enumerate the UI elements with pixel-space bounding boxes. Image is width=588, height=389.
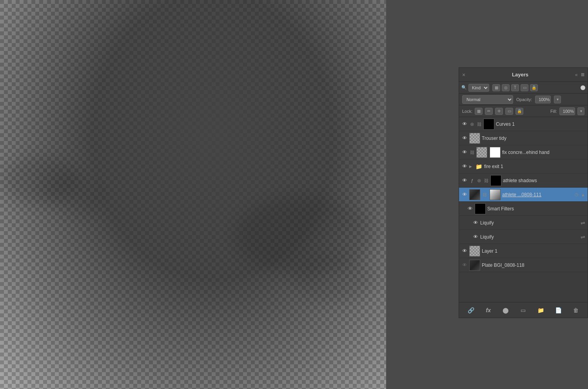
thumb-trouser [469,133,480,144]
thumb-curves1 [483,119,494,130]
layer-name-plate: Plate BGI_0808-118 [482,262,585,268]
add-mask-btn[interactable]: ▭ [519,306,528,315]
layer-name-trouser: Trouser tidy [482,136,585,141]
layer-plate-bgi[interactable]: 👁 Plate BGI_0808-118 [459,258,588,272]
shadow-blob [294,255,372,302]
link-layers-btn[interactable]: 🔗 [466,306,475,315]
visibility-icon-athlete-shadows[interactable]: 👁 [461,177,468,184]
visibility-icon-liquify2[interactable]: 👁 [472,234,479,240]
layers-panel: × Layers « ≡ 🔍 Kind ▦ ◎ T ▭ 🔒 Normal Opa… [459,67,588,318]
opacity-label: Opacity: [516,97,532,102]
fill-input[interactable] [559,107,575,115]
layer-trouser-tidy[interactable]: 👁 Trouser tidy [459,131,588,145]
panel-menu-icon[interactable]: ≡ [581,71,584,78]
expand-arrow-fire-exit[interactable]: ▶ [469,165,473,168]
mask-athlete-smart [490,189,501,200]
layer-curves1[interactable]: 👁 ◎ ⛓ Curves 1 [459,117,588,131]
layer-layer1[interactable]: 👁 Layer 1 [459,244,588,258]
type-filter-icon[interactable]: T [511,84,519,91]
panel-header-icons: « ≡ [575,71,584,78]
panel-title: Layers [512,72,528,78]
fill-label: Fill: [550,109,557,114]
canvas [0,0,386,389]
lock-move-btn[interactable]: ✛ [495,108,503,115]
visibility-icon-plate[interactable]: 👁 [461,262,468,268]
layers-list: 👁 ◎ ⛓ Curves 1 👁 Trouser tidy 👁 ⛓ fix co… [459,117,588,302]
new-layer-btn[interactable]: 📄 [554,306,563,315]
delete-layer-btn[interactable]: 🗑 [571,306,581,315]
folder-icon-fire-exit: 📁 [475,163,483,170]
thumb-layer1 [469,246,480,257]
filter-icons: ▦ ◎ T ▭ 🔒 [492,84,538,91]
layer-name-concrete: fix concre...ehind hand [502,150,585,155]
f-icon-athlete-shadows: ƒ [469,178,475,183]
mask-concrete [490,147,501,158]
chain-icon-athlete-shadows: ⛓ [483,178,489,183]
lock-label: Lock: [462,109,472,114]
fx-icon-curves1: ◎ [469,121,475,127]
chain-icon-concrete: ⛓ [469,150,475,155]
layer-name-curves1: Curves 1 [496,121,585,127]
smart-badge-icon: ◷ [575,192,579,197]
filter-toggle-dot[interactable] [581,85,585,90]
visibility-icon-concrete[interactable]: 👁 [461,149,468,156]
visibility-icon-liquify1[interactable]: 👁 [472,220,479,226]
layer-liquify1[interactable]: 👁 Liquify ⇌ [459,216,588,230]
adjust-icon-liquify1[interactable]: ⇌ [581,220,585,226]
chain-icon-curves1: ⛓ [476,122,482,127]
blend-row: Normal Opacity: ▾ [459,94,588,105]
shape-filter-icon[interactable]: ▭ [521,84,528,91]
smartobject-filter-icon[interactable]: 🔒 [530,84,538,91]
pixel-filter-icon[interactable]: ▦ [492,84,500,91]
layer-name-athlete-smart: athlete ...0808-111 [502,192,572,197]
panel-header: × Layers « ≡ [459,68,588,82]
thumb-smart-filters [475,203,486,214]
layer-name-layer1: Layer 1 [482,248,585,254]
layer-liquify2[interactable]: 👁 Liquify ⇌ [459,230,588,244]
visibility-icon-athlete-smart[interactable]: 👁 [461,192,468,198]
filter-row: 🔍 Kind ▦ ◎ T ▭ 🔒 [459,82,588,94]
layer-name-smart-filters: Smart Filters [487,206,585,212]
layer-smart-filters[interactable]: 👁 Smart Filters [459,202,588,216]
chevron-up-icon[interactable]: ▲ [581,192,585,197]
layer-fire-exit[interactable]: 👁 ▶ 📁 fire exit 1 [459,159,588,174]
search-icon: 🔍 [461,85,467,90]
thumb-athlete-smart [469,189,480,200]
new-group-btn[interactable]: 📁 [536,306,546,315]
blend-mode-dropdown[interactable]: Normal [462,95,513,104]
lock-all-btn[interactable]: 🔒 [515,108,523,115]
close-icon[interactable]: × [462,72,465,78]
visibility-icon-smart-filters[interactable]: 👁 [467,206,473,212]
thumb-concrete [476,147,487,158]
opacity-input[interactable] [535,96,551,103]
opacity-chevron[interactable]: ▾ [554,96,561,103]
chain-icon-athlete-smart: ⛓ [482,192,487,197]
filter-kind-dropdown[interactable]: Kind [468,84,489,92]
layer-name-fire-exit: fire exit 1 [484,164,585,169]
add-fx-btn[interactable]: fx [484,306,493,315]
lock-row: Lock: ▦ ✏ ✛ ▭ 🔒 Fill: ▾ [459,105,588,117]
layer-athlete-smart[interactable]: 👁 ⛓ athlete ...0808-111 ◷ ▲ [459,188,588,202]
thumb-plate [469,260,480,271]
visibility-icon-curves1[interactable]: 👁 [461,121,468,127]
visibility-icon-fire-exit[interactable]: 👁 [461,163,468,170]
fx-icon-athlete-shadows: ◎ [476,178,482,183]
visibility-icon-layer1[interactable]: 👁 [461,248,468,254]
fill-chevron[interactable]: ▾ [577,107,584,115]
visibility-icon-trouser[interactable]: 👁 [461,135,468,141]
panel-footer: 🔗 fx ⬤ ▭ 📁 📄 🗑 [459,302,588,318]
adjustment-filter-icon[interactable]: ◎ [502,84,510,91]
lock-brush-btn[interactable]: ✏ [485,108,493,115]
layer-athlete-shadows[interactable]: 👁 ƒ ◎ ⛓ athlete shadows [459,174,588,188]
lock-pixels-btn[interactable]: ▦ [475,108,483,115]
thumb-athlete-shadows [490,175,501,186]
adjust-icon-liquify2[interactable]: ⇌ [581,234,585,240]
collapse-icon[interactable]: « [575,72,578,78]
layer-fix-concrete[interactable]: 👁 ⛓ fix concre...ehind hand [459,145,588,159]
add-adjustment-btn[interactable]: ⬤ [501,306,510,315]
layer-name-liquify2: Liquify [480,234,579,240]
layer-name-athlete-shadows: athlete shadows [503,178,585,183]
lock-artboard-btn[interactable]: ▭ [505,108,513,115]
layer-name-liquify1: Liquify [480,220,579,226]
